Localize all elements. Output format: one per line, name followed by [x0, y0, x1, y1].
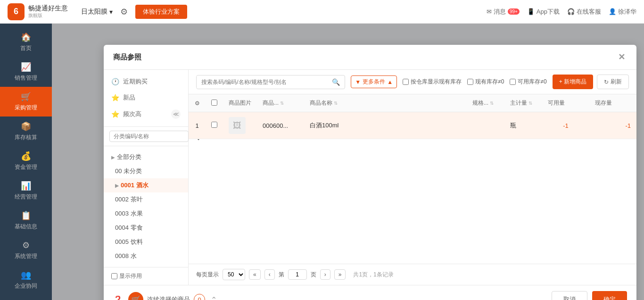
page-word: 第: [279, 271, 284, 279]
refresh-button[interactable]: ↻ 刷新: [597, 75, 629, 89]
search-input[interactable]: [197, 76, 327, 88]
select-all-checkbox[interactable]: [211, 100, 217, 106]
first-page-button[interactable]: «: [249, 269, 261, 280]
filter-button[interactable]: ▼ 更多条件 ▲: [351, 75, 397, 88]
new-icon: ⭐: [111, 94, 119, 101]
left-panel: 🕐 近期购买 ⭐ 新品 ⭐ 频次高 ≪: [104, 70, 189, 285]
sidebar-label-management: 经营管理: [15, 193, 37, 201]
settings-icon[interactable]: ⚙: [116, 4, 132, 19]
cat-label-water: 0008 水: [115, 252, 137, 260]
sidebar-item-finance[interactable]: 💰 资金管理: [0, 146, 52, 176]
cancel-button[interactable]: 取消: [552, 291, 587, 300]
row-spec: [467, 112, 504, 139]
show-disabled-checkbox[interactable]: [111, 273, 117, 279]
th-unit[interactable]: 主计量 ⇅: [504, 94, 542, 112]
prev-page-button[interactable]: ‹: [264, 269, 275, 280]
nav-new-product[interactable]: ⭐ 新品: [104, 90, 188, 106]
category-search-input[interactable]: [109, 131, 189, 142]
cat-item-fruit[interactable]: 0003 水果: [104, 207, 188, 221]
inventory-icon: 📦: [21, 121, 31, 132]
collapse-button[interactable]: ≪: [171, 109, 181, 119]
sort-name-icon: ⇅: [334, 100, 338, 106]
category-list: ▶ 全部分类 00 未分类 ▶ 0001 酒水 0002 茶叶: [104, 146, 188, 267]
cat-item-snack[interactable]: 0004 零食: [104, 221, 188, 235]
left-panel-bottom: 显示停用: [104, 267, 188, 285]
message-nav-item[interactable]: ✉ 消息 99+: [487, 8, 520, 16]
checkbox-available-nonzero[interactable]: 可用库存≠0: [510, 78, 546, 86]
show-disabled-label[interactable]: 显示停用: [111, 272, 142, 280]
sidebar-item-enterprise[interactable]: 👥 企业协同: [0, 265, 52, 295]
sidebar-item-purchase[interactable]: 🛒 采购管理: [0, 87, 52, 117]
table-row[interactable]: 1 🖼 000600... 白酒100ml: [189, 112, 636, 139]
table-head: ⚙ 商品图片: [189, 94, 636, 112]
experience-btn[interactable]: 体验行业方案: [135, 5, 187, 19]
add-product-button[interactable]: + 新增商品: [553, 75, 593, 89]
online-service-item[interactable]: 🎧 在线客服: [567, 8, 601, 16]
sidebar-label-sales: 销售管理: [15, 74, 37, 82]
warehouse-stock-input[interactable]: [403, 79, 409, 85]
next-page-button[interactable]: ›: [320, 269, 330, 280]
chevron-down-icon: ▾: [109, 8, 113, 16]
cat-item-water[interactable]: 0008 水: [104, 249, 188, 263]
sidebar-item-guide[interactable]: 🎯 新手引导: [0, 295, 52, 300]
cat-arrow-alcohol: ▶: [115, 183, 119, 188]
app-download-item[interactable]: 📱 App下载: [527, 8, 560, 16]
close-button[interactable]: ✕: [616, 51, 627, 63]
logo-icon: 6: [8, 3, 25, 20]
sort-unit-icon: ⇅: [528, 100, 532, 106]
row-index: 1: [189, 112, 206, 139]
user-icon: 👤: [609, 8, 616, 15]
cat-item-unclassified[interactable]: 00 未分类: [104, 164, 188, 178]
user-avatar-item[interactable]: 👤 徐泽华: [609, 8, 636, 16]
sidebar-item-home[interactable]: 🏠 首页: [0, 27, 52, 57]
row-checkbox[interactable]: [211, 122, 217, 128]
th-checkbox[interactable]: [206, 94, 223, 112]
sidebar-label-home: 首页: [20, 44, 32, 52]
pagination: 每页显示 50 « ‹ 第 页 › » 共1页，1条记录: [189, 264, 636, 285]
th-code-label: 商品...: [263, 99, 279, 107]
sidebar-item-inventory[interactable]: 📦 库存核算: [0, 117, 52, 146]
checkbox-warehouse-stock[interactable]: 按仓库显示现有库存: [403, 78, 462, 86]
cat-item-all[interactable]: ▶ 全部分类: [104, 150, 188, 164]
cat-label-alcohol: 0001 酒水: [121, 181, 149, 190]
collapse-cart-icon[interactable]: ⌃: [211, 295, 217, 300]
nav-freq-high[interactable]: ⭐ 频次高 ≪: [104, 106, 188, 123]
cart-icon[interactable]: 🛒: [128, 292, 143, 300]
th-available[interactable]: 可用量: [542, 94, 589, 112]
confirm-button[interactable]: 确定: [592, 291, 627, 300]
th-name[interactable]: 商品名称 ⇅: [304, 94, 467, 112]
sidebar-item-system[interactable]: ⚙ 系统管理: [0, 235, 52, 265]
table-container: ⚙ 商品图片: [189, 94, 636, 264]
cat-item-tea[interactable]: 0002 茶叶: [104, 192, 188, 207]
cat-item-appliance[interactable]: 0010 家电: [104, 263, 188, 267]
th-code[interactable]: 商品... ⇅: [257, 94, 304, 112]
th-spec[interactable]: 规格... ⇅: [467, 94, 504, 112]
nav-new-label: 新品: [123, 93, 135, 102]
help-icon[interactable]: ❓: [113, 295, 123, 300]
per-page-select[interactable]: 50: [223, 269, 245, 280]
sidebar-item-basic[interactable]: 📋 基础信息: [0, 206, 52, 235]
available-nonzero-input[interactable]: [510, 79, 516, 85]
cart-label: 连续选择的商品: [147, 295, 190, 300]
stock-nonzero-input[interactable]: [467, 79, 473, 85]
th-settings[interactable]: ⚙: [189, 94, 206, 112]
category-search-row: 🔍: [104, 127, 188, 146]
app-download-label: App下载: [537, 8, 560, 16]
basic-icon: 📋: [21, 210, 31, 221]
search-button[interactable]: 🔍: [327, 75, 345, 89]
last-page-button[interactable]: »: [334, 269, 346, 280]
nav-recent-buy[interactable]: 🕐 近期购买: [104, 74, 188, 90]
page-number-input[interactable]: [288, 269, 307, 280]
sidebar-item-sales[interactable]: 📈 销售管理: [0, 57, 52, 87]
cat-item-alcohol[interactable]: ▶ 0001 酒水: [104, 178, 188, 192]
layout: 🏠 首页 📈 销售管理 🛒 采购管理 📦 库存核算 💰 资金管理 📊 经营管理 …: [0, 24, 644, 300]
refresh-icon: ↻: [604, 79, 609, 85]
row-name: 白酒100ml: [304, 112, 467, 139]
nav-selector[interactable]: 日太阳膜 ▾: [77, 6, 116, 18]
th-stock[interactable]: 现存量: [589, 94, 636, 112]
row-unit: 瓶: [504, 112, 542, 139]
cat-item-drinks[interactable]: 0005 饮料: [104, 235, 188, 249]
row-checkbox-cell[interactable]: [206, 112, 223, 139]
checkbox-stock-nonzero[interactable]: 现有库存≠0: [467, 78, 504, 86]
sidebar-item-management[interactable]: 📊 经营管理: [0, 176, 52, 206]
